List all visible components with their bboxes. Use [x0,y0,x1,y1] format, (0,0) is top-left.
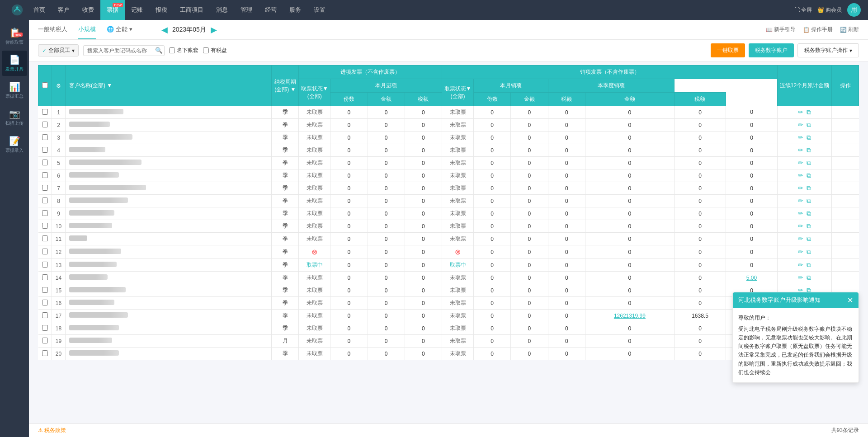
check-taxpad-input[interactable] [203,47,209,53]
scan-icon: 📷 [9,108,20,119]
th-settings[interactable]: ⚙ [52,66,66,106]
nav-item-manage[interactable]: 管理 [234,0,259,20]
row-checkbox[interactable] [42,197,48,203]
tax-policy-link[interactable]: ⚠ 税务政策 [38,427,66,434]
nav-item-bookkeeping[interactable]: 记账 [125,0,149,20]
sidebar-item-scan[interactable]: 📷 扫描上传 [2,105,27,130]
employee-filter[interactable]: ✓ 全部员工 ▾ [38,44,79,56]
row-checkbox[interactable] [42,122,48,127]
th-tax-period[interactable]: 纳税周期(全部) ▼ [272,66,299,106]
edit-icon[interactable]: ✏ [798,159,803,166]
period-next-btn[interactable]: ▶ [211,25,217,35]
edit-icon[interactable]: ✏ [798,108,803,116]
period-prev-btn[interactable]: ◀ [161,25,168,35]
nav-item-settings[interactable]: 设置 [307,0,332,20]
edit-icon[interactable]: ✏ [798,184,803,192]
edit-icon[interactable]: ✏ [798,222,803,230]
row-checkbox[interactable] [42,223,48,229]
copy-icon[interactable]: ⧉ [807,121,811,128]
digital-ops-btn[interactable]: 税务数字账户操作 ▾ [797,43,859,57]
row-checkbox[interactable] [42,249,48,254]
copy-icon[interactable]: ⧉ [807,134,811,141]
nav-item-billing[interactable]: 收费 [76,0,100,20]
one-click-btn[interactable]: 一键取票 [711,43,745,57]
fullscreen-btn[interactable]: ⛶ 全屏 [794,6,812,14]
th-in-status[interactable]: 取票状态▼(全部) [299,79,330,106]
row-checkbox[interactable] [42,287,48,293]
row-checkbox[interactable] [42,312,48,318]
edit-icon[interactable]: ✏ [798,235,803,242]
search-input[interactable] [83,45,165,56]
copy-icon[interactable]: ⧉ [807,210,811,217]
nav-item-tax[interactable]: 报税 [149,0,174,20]
edit-icon[interactable]: ✏ [798,146,803,154]
copy-icon[interactable]: ⧉ [807,248,811,255]
copy-icon[interactable]: ⧉ [807,274,811,281]
nav-item-invoice[interactable]: 票据 new [100,0,125,20]
refresh-link[interactable]: 🔄 刷新 [840,26,859,33]
subtab-general[interactable]: 一般纳税人 [38,20,67,39]
sidebar-item-open-invoice[interactable]: 📄 发票开具 [2,51,27,76]
edit-icon[interactable]: ✏ [798,172,803,179]
copy-icon[interactable]: ⧉ [807,172,811,179]
row-checkbox[interactable] [42,185,48,191]
th-out-status[interactable]: 取票状态▼(全部) [442,79,474,106]
check-account-input[interactable] [169,47,175,53]
row-in-status: 未取票 [299,272,330,284]
row-out-amount: 0 [511,233,548,245]
row-checkbox[interactable] [42,325,48,331]
row-checkbox[interactable] [42,350,48,356]
sidebar-item-smart-invoice[interactable]: 📋 new 智能取票 [2,23,27,49]
copy-icon[interactable]: ⧉ [807,184,811,192]
copy-icon[interactable]: ⧉ [807,108,811,116]
copy-icon[interactable]: ⧉ [807,197,811,204]
edit-icon[interactable]: ✏ [798,134,803,141]
select-all-checkbox[interactable] [42,82,48,88]
copy-icon[interactable]: ⧉ [807,235,811,242]
row-checkbox[interactable] [42,147,48,153]
copy-icon[interactable]: ⧉ [807,146,811,154]
edit-icon[interactable]: ✏ [798,261,803,268]
row-checkbox[interactable] [42,172,48,178]
copy-icon[interactable]: ⧉ [807,261,811,268]
nav-item-commerce[interactable]: 工商项目 [174,0,210,20]
nav-item-operation[interactable]: 经营 [259,0,283,20]
edit-icon[interactable]: ✏ [798,274,803,281]
row-checkbox[interactable] [42,274,48,280]
notify-close-btn[interactable]: ✕ [847,296,853,305]
row-checkbox[interactable] [42,262,48,268]
member-btn[interactable]: 👑 购会员 [817,6,842,14]
avatar[interactable]: 用 [847,3,861,17]
th-customer-name[interactable]: 客户名称(全部) ▼ [66,66,272,106]
nav-item-customer[interactable]: 客户 [52,0,76,20]
row-q-amount: 0 [585,322,674,335]
digital-account-btn[interactable]: 税务数字账户 [749,43,794,57]
edit-icon[interactable]: ✏ [798,248,803,255]
row-checkbox[interactable] [42,338,48,343]
row-checkbox[interactable] [42,210,48,216]
row-checkbox[interactable] [42,160,48,165]
copy-icon[interactable]: ⧉ [807,222,811,230]
row-checkbox[interactable] [42,235,48,241]
nav-item-home[interactable]: 首页 [27,0,52,20]
copy-icon[interactable]: ⧉ [807,159,811,166]
edit-icon[interactable]: ✏ [798,197,803,204]
subtab-small[interactable]: 小规模 [78,20,96,39]
guide-link[interactable]: 📖 新手引导 [766,26,796,33]
edit-icon[interactable]: ✏ [798,210,803,217]
subtab-all[interactable]: 🌐 全能 ▾ [107,20,132,39]
search-btn[interactable]: 🔍 [155,47,163,54]
edit-icon[interactable]: ✏ [798,121,803,128]
sidebar-item-entry[interactable]: 📝 票据录入 [2,132,27,157]
check-account-label[interactable]: 名下账套 [169,47,198,54]
manual-link[interactable]: 📋 操作手册 [803,26,833,33]
subtab-general-label: 一般纳税人 [38,25,67,33]
nav-item-service[interactable]: 服务 [283,0,307,20]
row-checkbox[interactable] [42,134,48,140]
sidebar-item-summary[interactable]: 📊 票据汇总 [2,78,27,103]
row-checkbox[interactable] [42,300,48,305]
nav-item-message[interactable]: 消息 [210,0,234,20]
sidebar-item-scan-label: 扫描上传 [5,120,24,127]
row-checkbox[interactable] [42,109,48,115]
check-taxpad-label[interactable]: 有税盘 [203,47,227,54]
